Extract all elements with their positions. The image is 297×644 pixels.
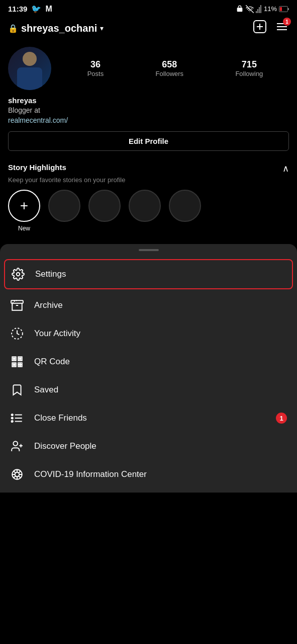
highlights-collapse-button[interactable]: ∧ [282, 163, 289, 174]
menu-item-close-friends[interactable]: Close Friends 1 [0, 404, 297, 432]
svg-rect-25 [18, 365, 20, 367]
add-highlight-circle: + [8, 190, 40, 222]
plus-icon: + [20, 199, 28, 213]
menu-item-qr-code[interactable]: QR Code [0, 348, 297, 376]
svg-point-33 [12, 414, 13, 416]
svg-rect-3 [259, 7, 260, 13]
saved-label: Saved [34, 385, 58, 395]
username-area[interactable]: 🔒 shreyas_ochani ▾ [8, 23, 104, 34]
avatar[interactable] [8, 47, 51, 90]
bottom-sheet: Settings Archive Your Acti [0, 244, 297, 493]
stat-followers[interactable]: 658 Followers [155, 59, 183, 77]
new-highlight-label: New [18, 225, 30, 232]
add-post-button[interactable] [253, 20, 267, 37]
menu-item-discover-people[interactable]: Discover People [0, 432, 297, 460]
svg-rect-1 [256, 11, 257, 13]
status-right: 11% [236, 5, 289, 13]
highlights-header: Story Highlights ∧ [8, 163, 289, 174]
svg-rect-21 [19, 358, 21, 360]
svg-point-36 [13, 441, 18, 446]
covid-label: COVID-19 Information Center [34, 469, 147, 479]
svg-line-47 [19, 471, 21, 473]
bio-text: Blogger at [8, 106, 40, 114]
followers-count: 658 [155, 59, 183, 70]
top-actions: 1 [253, 20, 289, 37]
highlights-title-area: Story Highlights [8, 163, 66, 172]
gmail-icon: M [45, 5, 52, 14]
highlight-item-3[interactable] [129, 190, 161, 232]
menu-item-settings[interactable]: Settings [4, 259, 293, 289]
following-label: Following [235, 70, 263, 77]
highlight-circle-3 [129, 190, 161, 222]
saved-icon [10, 383, 24, 397]
profile-top: 36 Posts 658 Followers 715 Following [8, 47, 289, 90]
wifi-icon [246, 5, 254, 13]
close-friends-badge: 1 [276, 413, 287, 424]
posts-label: Posts [87, 70, 104, 77]
discover-people-icon [10, 439, 24, 453]
highlight-item-4[interactable] [169, 190, 201, 232]
svg-rect-4 [260, 5, 261, 13]
stats-area: 36 Posts 658 Followers 715 Following [61, 59, 289, 77]
battery-level: 11% [264, 5, 277, 13]
followers-label: Followers [155, 70, 183, 77]
menu-notification-badge: 1 [283, 18, 291, 26]
activity-icon [10, 327, 24, 341]
svg-point-40 [15, 472, 20, 477]
avatar-placeholder [8, 47, 51, 90]
status-bar: 11:39 🐦 M 11% [0, 0, 297, 16]
svg-rect-0 [237, 8, 243, 12]
status-left: 11:39 🐦 M [8, 4, 52, 14]
menu-item-archive[interactable]: Archive [0, 291, 297, 319]
archive-icon [10, 298, 24, 312]
following-count: 715 [235, 59, 263, 70]
top-bar: 🔒 shreyas_ochani ▾ 1 [0, 16, 297, 41]
svg-rect-20 [13, 358, 15, 360]
settings-label: Settings [35, 269, 66, 279]
svg-rect-2 [257, 9, 258, 13]
posts-count: 36 [87, 59, 104, 70]
profile-section: 36 Posts 658 Followers 715 Following shr… [0, 41, 297, 157]
sheet-handle [139, 249, 159, 251]
svg-point-14 [17, 273, 20, 276]
hamburger-menu-button[interactable]: 1 [275, 20, 289, 37]
profile-link[interactable]: realmecentral.com/ [8, 116, 68, 124]
highlight-circle-2 [88, 190, 121, 222]
qr-code-icon [10, 355, 24, 369]
settings-icon [11, 267, 25, 281]
menu-item-covid[interactable]: COVID-19 Information Center [0, 460, 297, 489]
lock-icon: 🔒 [8, 24, 18, 33]
add-highlight-button[interactable]: + New [8, 190, 40, 232]
menu-item-saved[interactable]: Saved [0, 376, 297, 404]
status-time: 11:39 [8, 5, 27, 13]
close-friends-icon [10, 411, 24, 425]
svg-line-45 [14, 471, 16, 473]
twitter-icon: 🐦 [31, 4, 41, 14]
edit-profile-button[interactable]: Edit Profile [8, 131, 289, 151]
highlight-circle-1 [48, 190, 80, 222]
highlight-item-1[interactable] [48, 190, 80, 232]
menu-item-your-activity[interactable]: Your Activity [0, 319, 297, 348]
highlights-row: + New [8, 190, 289, 236]
menu-list: Settings Archive Your Acti [0, 253, 297, 493]
profile-name: shreyas [8, 96, 289, 105]
sheet-handle-container [0, 244, 297, 253]
stat-posts[interactable]: 36 Posts [87, 59, 104, 77]
covid-icon [10, 467, 24, 481]
signal-icon [256, 5, 262, 13]
qr-code-label: QR Code [34, 357, 70, 367]
chevron-down-icon: ▾ [100, 24, 104, 32]
profile-bio: Blogger at realmecentral.com/ [8, 106, 289, 125]
highlights-title: Story Highlights [8, 163, 66, 172]
svg-rect-6 [280, 7, 282, 11]
alarm-icon [236, 5, 244, 13]
svg-line-46 [19, 476, 21, 478]
highlights-subtitle: Keep your favorite stories on your profi… [8, 176, 289, 184]
svg-line-48 [14, 476, 16, 478]
stat-following[interactable]: 715 Following [235, 59, 263, 77]
highlight-circle-4 [169, 190, 201, 222]
svg-rect-23 [18, 363, 20, 364]
avatar-head [23, 52, 37, 66]
username-text: shreyas_ochani [21, 23, 97, 34]
highlight-item-2[interactable] [88, 190, 121, 232]
